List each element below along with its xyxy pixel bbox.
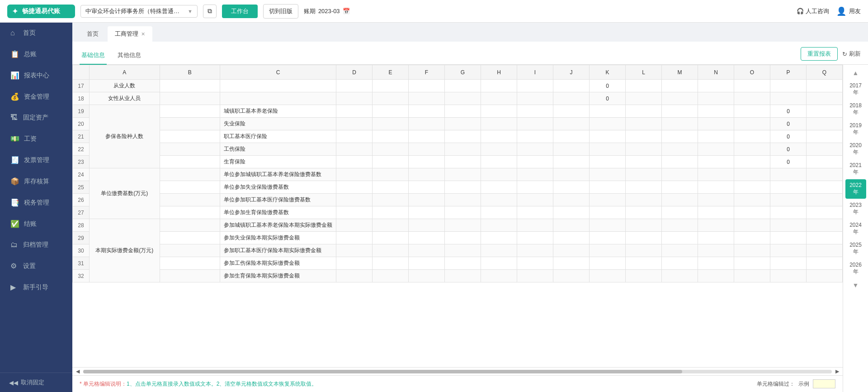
cell-col-c[interactable]: 单位参加职工基本医疗保险缴费基数 — [220, 194, 336, 206]
cell-col-o[interactable] — [734, 130, 770, 143]
year-item-2018[interactable]: 2018年 — [845, 100, 866, 119]
sidebar-item-archive[interactable]: 🗂归档管理 — [0, 234, 72, 255]
cell-col-i[interactable] — [517, 206, 553, 219]
cell-col-o[interactable] — [734, 232, 770, 244]
cell-col-k[interactable] — [590, 168, 626, 181]
cell-col-c[interactable]: 参加城镇职工基本养老保险本期实际缴费金额 — [220, 219, 336, 232]
horizontal-scrollbar[interactable]: ◀ ▶ — [72, 367, 843, 375]
cell-col-m[interactable] — [662, 194, 698, 206]
year-item-2025[interactable]: 2025年 — [845, 239, 866, 258]
cell-col-b[interactable] — [160, 156, 220, 168]
cell-col-f[interactable] — [409, 232, 445, 244]
cell-col-d[interactable] — [336, 143, 373, 156]
sidebar-item-invoice[interactable]: 🧾发票管理 — [0, 149, 72, 171]
cell-col-c[interactable] — [220, 92, 336, 105]
cell-col-j[interactable] — [553, 118, 590, 130]
cell-col-f[interactable] — [409, 156, 445, 168]
cell-col-h[interactable] — [481, 257, 517, 270]
cell-col-g[interactable] — [445, 92, 481, 105]
cell-col-q[interactable] — [807, 130, 843, 143]
cell-col-q[interactable] — [807, 80, 843, 92]
cell-col-q[interactable] — [807, 105, 843, 118]
cell-col-m[interactable] — [662, 270, 698, 282]
cell-col-g[interactable] — [445, 257, 481, 270]
cell-col-l[interactable] — [626, 92, 662, 105]
cell-col-e[interactable] — [373, 118, 409, 130]
cell-col-d[interactable] — [336, 194, 373, 206]
cell-col-n[interactable] — [698, 156, 734, 168]
cell-col-h[interactable] — [481, 270, 517, 282]
cell-col-l[interactable] — [626, 219, 662, 232]
cell-col-d[interactable] — [336, 257, 373, 270]
cell-col-o[interactable] — [734, 143, 770, 156]
cell-col-q[interactable] — [807, 194, 843, 206]
cell-col-q[interactable] — [807, 257, 843, 270]
cell-col-l[interactable] — [626, 156, 662, 168]
cell-col-q[interactable] — [807, 118, 843, 130]
cell-col-g[interactable] — [445, 219, 481, 232]
cell-col-o[interactable] — [734, 105, 770, 118]
cell-col-h[interactable] — [481, 105, 517, 118]
cell-col-c[interactable]: 参加失业保险本期实际缴费金额 — [220, 232, 336, 244]
cell-col-a[interactable]: 本期实际缴费金额(万元) — [90, 219, 160, 282]
cell-col-g[interactable] — [445, 105, 481, 118]
cell-col-a[interactable]: 从业人数 — [90, 80, 160, 92]
cell-col-e[interactable] — [373, 206, 409, 219]
cell-col-p[interactable]: 0 — [770, 156, 807, 168]
cell-col-o[interactable] — [734, 156, 770, 168]
cell-col-h[interactable] — [481, 130, 517, 143]
cell-col-d[interactable] — [336, 168, 373, 181]
cell-col-d[interactable] — [336, 156, 373, 168]
cell-col-o[interactable] — [734, 168, 770, 181]
cell-col-k[interactable] — [590, 244, 626, 257]
cell-col-i[interactable] — [517, 270, 553, 282]
cell-col-n[interactable] — [698, 270, 734, 282]
cell-col-i[interactable] — [517, 143, 553, 156]
cell-col-j[interactable] — [553, 206, 590, 219]
cell-col-b[interactable] — [160, 270, 220, 282]
cell-col-c[interactable]: 失业保险 — [220, 118, 336, 130]
cell-col-p[interactable] — [770, 244, 807, 257]
cell-col-l[interactable] — [626, 206, 662, 219]
year-item-2021[interactable]: 2021年 — [845, 159, 866, 179]
cell-col-q[interactable] — [807, 168, 843, 181]
cell-col-o[interactable] — [734, 181, 770, 194]
cell-col-m[interactable] — [662, 92, 698, 105]
cell-col-j[interactable] — [553, 257, 590, 270]
cell-col-k[interactable] — [590, 257, 626, 270]
cell-col-c[interactable]: 工伤保险 — [220, 143, 336, 156]
cell-col-h[interactable] — [481, 143, 517, 156]
table-wrapper[interactable]: A B C D E F G H I J — [72, 65, 843, 367]
tab-commerce[interactable]: 工商管理 ✕ — [108, 26, 152, 42]
cell-col-b[interactable] — [160, 168, 220, 181]
year-item-2024[interactable]: 2024年 — [845, 219, 866, 239]
cell-col-l[interactable] — [626, 257, 662, 270]
cell-col-g[interactable] — [445, 168, 481, 181]
cell-col-i[interactable] — [517, 118, 553, 130]
cell-col-b[interactable] — [160, 143, 220, 156]
cell-col-i[interactable] — [517, 92, 553, 105]
cell-col-k[interactable] — [590, 105, 626, 118]
cell-col-j[interactable] — [553, 194, 590, 206]
cell-col-c[interactable]: 生育保险 — [220, 156, 336, 168]
cell-col-c[interactable]: 参加工伤保险本期实际缴费金额 — [220, 257, 336, 270]
cell-col-n[interactable] — [698, 257, 734, 270]
cell-col-k[interactable] — [590, 130, 626, 143]
cell-col-p[interactable] — [770, 168, 807, 181]
cell-col-n[interactable] — [698, 80, 734, 92]
cell-col-m[interactable] — [662, 219, 698, 232]
cell-col-n[interactable] — [698, 206, 734, 219]
cell-col-a[interactable]: 单位缴费基数(万元) — [90, 168, 160, 219]
scroll-track[interactable] — [83, 370, 832, 373]
cell-col-i[interactable] — [517, 181, 553, 194]
cell-col-f[interactable] — [409, 181, 445, 194]
cell-col-k[interactable] — [590, 181, 626, 194]
cell-col-d[interactable] — [336, 219, 373, 232]
sidebar-item-home[interactable]: ⌂首页 — [0, 23, 72, 43]
cell-col-m[interactable] — [662, 206, 698, 219]
year-item-2023[interactable]: 2023年 — [845, 199, 866, 219]
cell-col-j[interactable] — [553, 105, 590, 118]
cell-col-o[interactable] — [734, 219, 770, 232]
cell-col-e[interactable] — [373, 244, 409, 257]
cell-col-i[interactable] — [517, 168, 553, 181]
